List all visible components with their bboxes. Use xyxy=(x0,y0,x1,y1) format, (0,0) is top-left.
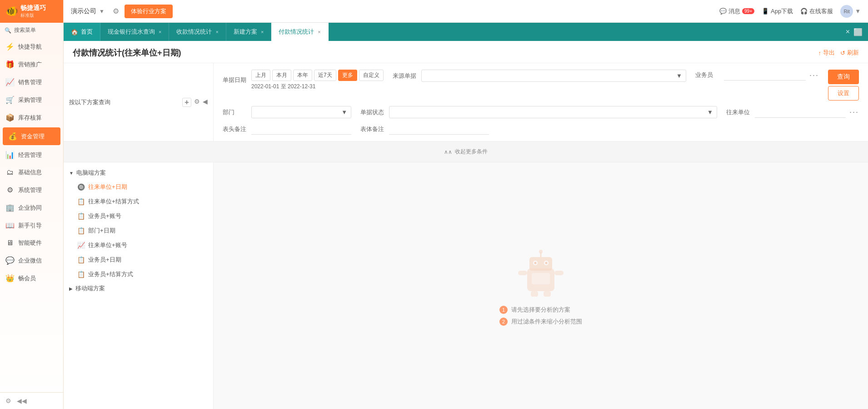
sidebar-settings-btn[interactable]: ⚙ xyxy=(5,397,11,404)
sidebar-label-fund: 资金管理 xyxy=(21,132,45,141)
sidebar-item-inventory[interactable]: 📦 库存核算 xyxy=(0,109,63,126)
tab-new-scheme[interactable]: 新建方案 × xyxy=(226,23,271,41)
date-custom[interactable]: 自定义 xyxy=(359,70,384,81)
export-btn[interactable]: ↑ 导出 xyxy=(818,49,835,57)
date-this-month[interactable]: 本月 xyxy=(272,70,291,81)
sidebar-item-operation[interactable]: 📊 经营管理 xyxy=(0,146,63,164)
scheme-item-dept-date[interactable]: 📋 部门+日期 xyxy=(64,223,213,238)
date-this-year[interactable]: 本年 xyxy=(293,70,312,81)
app-name: 畅捷通巧 xyxy=(20,4,46,12)
sidebar-item-member[interactable]: 👑 畅会员 xyxy=(0,269,63,287)
app-download-btn[interactable]: 📱 App下载 xyxy=(762,7,793,15)
scheme-label-counterpart-date: 往来单位+日期 xyxy=(88,183,127,191)
scheme-settings-btn[interactable]: ⚙ xyxy=(194,98,200,107)
sidebar-item-hardware[interactable]: 🖥 智能硬件 xyxy=(0,234,63,252)
tab-receipt-stats[interactable]: 收款情况统计 × xyxy=(169,23,226,41)
scheme-item-salesman-date[interactable]: 📋 业务员+日期 xyxy=(64,252,213,267)
scheme-icon-2: 📋 xyxy=(77,212,85,220)
company-selector[interactable]: 演示公司 ▼ xyxy=(71,7,105,15)
tab-cash-flow-close[interactable]: × xyxy=(159,29,161,35)
dept-select[interactable]: ▼ xyxy=(251,106,351,118)
doc-status-filter: 单据状态 ▼ xyxy=(360,106,717,118)
collapse-label: 收起更多条件 xyxy=(455,148,488,156)
sidebar-item-purchase[interactable]: 🛒 采购管理 xyxy=(0,91,63,109)
date-more[interactable]: 更多 xyxy=(338,70,357,81)
collapse-more-btn[interactable]: ∧∧ 收起更多条件 xyxy=(64,144,868,159)
sidebar-item-wechat[interactable]: 💬 企业微信 xyxy=(0,252,63,269)
doc-status-select[interactable]: ▼ xyxy=(389,106,717,118)
sidebar-label-marketing: 营销推广 xyxy=(18,61,42,69)
filter-settings-btn[interactable]: 设置 xyxy=(828,86,859,101)
tab-receipt-stats-close[interactable]: × xyxy=(215,29,218,35)
sidebar-item-guide[interactable]: 📖 新手引导 xyxy=(0,217,63,234)
window-max-btn[interactable]: ⬜ xyxy=(853,28,863,36)
scheme-query-label: 按以下方案查询 xyxy=(69,98,110,106)
filter-controls: 单据日期 上月 本月 本年 近7天 更多 自定义 20 xyxy=(214,63,868,141)
date-last-7-days[interactable]: 近7天 xyxy=(314,70,336,81)
body-note-input[interactable] xyxy=(389,124,489,135)
counterpart-more-btn[interactable]: ··· xyxy=(849,107,859,117)
tab-new-scheme-close[interactable]: × xyxy=(261,29,264,35)
online-service-btn[interactable]: 🎧 在线客服 xyxy=(800,7,833,15)
query-action-btns: 查询 设置 xyxy=(828,70,859,101)
tab-cash-flow[interactable]: 现金银行流水查询 × xyxy=(100,23,169,41)
date-label: 单据日期 xyxy=(223,76,248,84)
search-menu[interactable]: 🔍 搜索菜单 xyxy=(0,23,63,38)
scheme-item-counterpart-settlement[interactable]: 📋 往来单位+结算方式 xyxy=(64,194,213,209)
sidebar-item-sales[interactable]: 📈 销售管理 xyxy=(0,73,63,91)
sidebar-item-enterprise[interactable]: 🏢 企业协同 xyxy=(0,199,63,217)
date-range-value: 2022-01-01 至 2022-12-31 xyxy=(251,83,384,91)
svg-point-4 xyxy=(534,262,537,264)
scheme-label-salesman-date: 业务员+日期 xyxy=(88,256,121,264)
step-1-num: 1 xyxy=(499,306,508,314)
source-doc-dropdown-icon: ▼ xyxy=(676,72,682,79)
scheme-collapse-btn[interactable]: ◀ xyxy=(203,98,208,107)
topbar-settings-icon[interactable]: ⚙ xyxy=(113,7,119,15)
topbar-right: 💬 消息 99+ 📱 App下载 🎧 在线客服 Rit ▼ xyxy=(719,5,861,18)
refresh-btn[interactable]: ↺ 刷新 xyxy=(840,49,859,57)
add-scheme-btn[interactable]: + xyxy=(182,98,191,107)
scheme-panel: ▼ 电脑端方案 🔘 往来单位+日期 📋 往来单位+结算方式 📋 业务员+账号 xyxy=(64,162,214,409)
trial-btn[interactable]: 体验行业方案 xyxy=(125,5,173,18)
message-label: 消息 xyxy=(728,7,740,15)
svg-rect-8 xyxy=(518,271,527,275)
desktop-category[interactable]: ▼ 电脑端方案 xyxy=(64,166,213,180)
salesman-input[interactable] xyxy=(724,70,806,81)
sidebar-collapse-btn[interactable]: ◀◀ xyxy=(17,397,27,404)
scheme-item-counterpart-date[interactable]: 🔘 往来单位+日期 xyxy=(64,180,213,194)
query-btn[interactable]: 查询 xyxy=(828,70,859,84)
scheme-active-icon: 🔘 xyxy=(77,183,85,191)
sidebar-label-guide: 新手引导 xyxy=(18,222,42,230)
refresh-label: 刷新 xyxy=(847,49,859,57)
sidebar-item-marketing[interactable]: 🎁 营销推广 xyxy=(0,56,63,73)
svg-rect-12 xyxy=(532,273,550,284)
message-btn[interactable]: 💬 消息 99+ xyxy=(719,7,754,15)
sidebar-item-quick-nav[interactable]: ⚡ 快捷导航 xyxy=(0,38,63,56)
counterpart-input[interactable] xyxy=(755,107,846,118)
tab-home[interactable]: 🏠 首页 xyxy=(64,23,100,41)
salesman-more-btn[interactable]: ··· xyxy=(809,71,819,80)
mobile-category[interactable]: ▶ 移动端方案 xyxy=(64,282,213,295)
svg-rect-1 xyxy=(529,257,552,271)
scheme-item-counterpart-account[interactable]: 📈 往来单位+账号 xyxy=(64,238,213,252)
sidebar-item-base[interactable]: 🗂 基础信息 xyxy=(0,164,63,181)
salesman-label: 业务员 xyxy=(695,71,720,79)
sidebar-item-fund[interactable]: 💰 资金管理 xyxy=(3,127,60,145)
content-area: 付款情况统计(往来单位+日期) ↑ 导出 ↺ 刷新 按以下方案查询 + xyxy=(64,41,868,409)
window-close-btn[interactable]: × xyxy=(846,28,850,36)
date-last-month[interactable]: 上月 xyxy=(251,70,270,81)
main-area: 演示公司 ▼ ⚙ 体验行业方案 💬 消息 99+ 📱 App下载 🎧 在线客服 … xyxy=(64,0,868,409)
tab-home-label: 首页 xyxy=(81,28,93,36)
fund-icon: 💰 xyxy=(8,132,17,141)
date-filter-group: 单据日期 上月 本月 本年 近7天 更多 自定义 20 xyxy=(223,70,384,91)
company-dropdown-icon: ▼ xyxy=(99,8,105,15)
scheme-item-salesman-account[interactable]: 📋 业务员+账号 xyxy=(64,209,213,223)
tab-payment-stats-close[interactable]: × xyxy=(318,29,320,35)
tab-payment-stats[interactable]: 付款情况统计 × xyxy=(271,23,328,41)
dept-dropdown-icon: ▼ xyxy=(341,109,347,116)
header-note-input[interactable] xyxy=(251,124,351,135)
user-profile[interactable]: Rit ▼ xyxy=(840,5,861,18)
scheme-item-salesman-settlement[interactable]: 📋 业务员+结算方式 xyxy=(64,267,213,282)
source-doc-select[interactable]: ▼ xyxy=(421,70,686,82)
sidebar-item-system[interactable]: ⚙ 系统管理 xyxy=(0,181,63,199)
